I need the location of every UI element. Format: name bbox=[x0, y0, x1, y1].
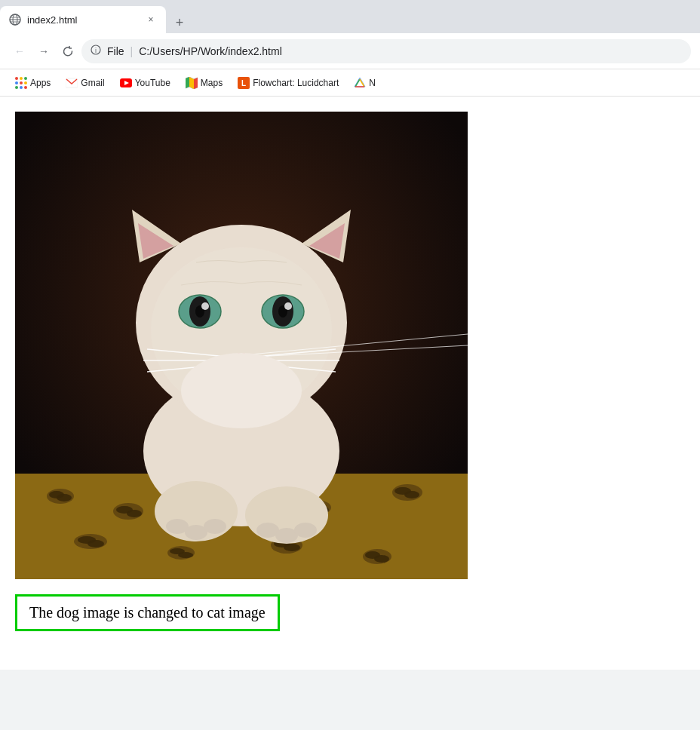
bookmark-maps[interactable]: Maps bbox=[180, 74, 229, 92]
page-content: The dog image is changed to cat image bbox=[0, 97, 700, 670]
address-bar[interactable]: i File | C:/Users/HP/Work/index2.html bbox=[81, 39, 691, 63]
bookmark-apps[interactable]: Apps bbox=[9, 74, 57, 92]
back-button[interactable]: ← bbox=[9, 41, 30, 62]
svg-point-86 bbox=[181, 353, 302, 428]
svg-marker-13 bbox=[194, 78, 198, 89]
reload-button[interactable] bbox=[57, 41, 78, 62]
lucidchart-icon: L bbox=[238, 77, 250, 89]
status-text: The dog image is changed to cat image bbox=[29, 604, 266, 621]
svg-text:L: L bbox=[241, 79, 246, 87]
svg-point-26 bbox=[57, 494, 72, 501]
browser-chrome: index2.html × + ← → i bbox=[0, 0, 700, 97]
apps-label: Apps bbox=[30, 78, 51, 88]
drive-label: N bbox=[369, 78, 376, 88]
svg-point-85 bbox=[294, 523, 317, 538]
bookmark-gmail[interactable]: Gmail bbox=[60, 74, 110, 92]
tab-bar: index2.html × + bbox=[0, 0, 700, 33]
drive-icon bbox=[354, 77, 366, 89]
bookmark-youtube[interactable]: YouTube bbox=[114, 74, 177, 92]
gmail-label: Gmail bbox=[81, 78, 104, 88]
svg-text:i: i bbox=[95, 47, 97, 54]
bookmark-drive[interactable]: N bbox=[348, 74, 382, 92]
maps-icon bbox=[186, 77, 198, 89]
youtube-label: YouTube bbox=[135, 78, 170, 88]
svg-point-44 bbox=[178, 552, 193, 558]
svg-point-82 bbox=[204, 519, 226, 534]
address-path: C:/Users/HP/Work/index2.html bbox=[139, 45, 282, 57]
maps-label: Maps bbox=[201, 78, 223, 88]
svg-point-47 bbox=[284, 544, 300, 551]
svg-point-61 bbox=[201, 302, 209, 310]
bookmark-lucidchart[interactable]: L Flowchart: Lucidchart bbox=[232, 74, 345, 92]
svg-line-18 bbox=[355, 79, 360, 87]
forward-button[interactable]: → bbox=[33, 41, 54, 62]
active-tab[interactable]: index2.html × bbox=[0, 6, 166, 33]
bookmarks-bar: Apps Gmail YouTube bbox=[0, 69, 700, 97]
lucidchart-label: Flowchart: Lucidchart bbox=[253, 78, 339, 88]
svg-marker-11 bbox=[186, 77, 189, 88]
cat-image bbox=[15, 112, 468, 579]
address-separator: | bbox=[130, 45, 134, 57]
svg-point-41 bbox=[88, 540, 104, 548]
address-prefix: File bbox=[107, 45, 124, 57]
new-tab-button[interactable]: + bbox=[169, 12, 190, 33]
status-box: The dog image is changed to cat image bbox=[15, 594, 280, 631]
youtube-icon bbox=[120, 77, 132, 89]
svg-point-29 bbox=[127, 510, 142, 517]
svg-point-50 bbox=[374, 555, 389, 563]
tab-close-button[interactable]: × bbox=[145, 14, 157, 26]
gmail-icon bbox=[66, 77, 78, 89]
address-info-icon: i bbox=[91, 44, 101, 57]
svg-line-19 bbox=[360, 79, 364, 87]
nav-bar: ← → i File | C:/Users/HP/Work/index2.htm… bbox=[0, 33, 700, 69]
tab-title: index2.html bbox=[27, 14, 77, 26]
apps-icon bbox=[15, 77, 27, 89]
svg-point-38 bbox=[404, 491, 419, 498]
svg-point-66 bbox=[284, 302, 292, 310]
tab-favicon bbox=[9, 14, 21, 26]
